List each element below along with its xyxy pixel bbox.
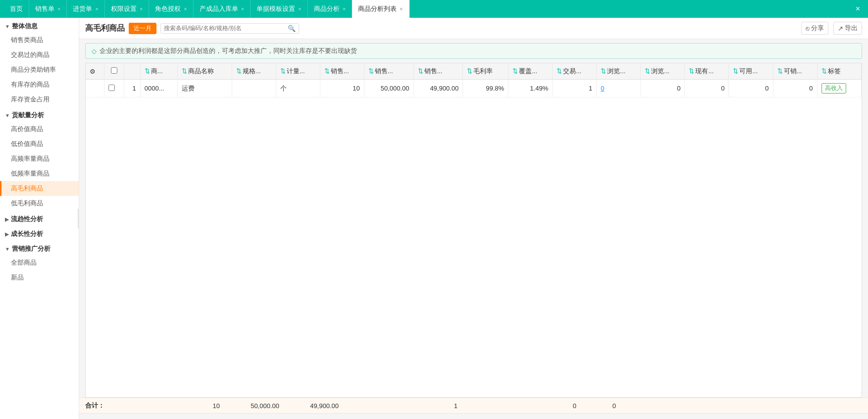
cell-code: 0000... (140, 80, 178, 97)
share-button[interactable]: ⎋ 分享 (801, 22, 828, 35)
sidebar-item-stock-fund[interactable]: 库存资金占用 (0, 92, 79, 107)
th-code[interactable]: ⇅商... (140, 63, 178, 80)
close-tab-purchase-button[interactable]: × (95, 6, 98, 12)
close-tab-product-analysis-list-button[interactable]: × (400, 6, 403, 12)
th-margin_rate[interactable]: ⇅毛利率 (463, 63, 509, 80)
cell-row_num: 1 (124, 80, 140, 97)
section-label-marketing-analysis: 营销推广分析 (12, 244, 51, 253)
th-settings: ⚙ (86, 63, 104, 80)
sidebar-item-high-value[interactable]: 高价值商品 (0, 122, 79, 137)
sidebar: 《 ▼整体信息销售类商品交易过的商品商品分类助销率有库存的商品库存资金占用▼贡献… (0, 18, 79, 419)
share-icon: ⎋ (806, 25, 810, 32)
top-navigation: 首页销售单×进货单×权限设置×角色授权×产成品入库单×单据模板设置×商品分析×商… (0, 0, 868, 18)
footer-total: 合计： 10 50,000.00 49,900.00 1 0 0 (79, 398, 868, 413)
th-current_stock[interactable]: ⇅现有... (685, 63, 729, 80)
sidebar-section-trend-analysis[interactable]: ▶流趋性分析 (0, 211, 79, 226)
cell-unit: 个 (276, 80, 320, 97)
th-sellable[interactable]: ⇅可销... (773, 63, 817, 80)
nav-tab-product-entry[interactable]: 产成品入库单× (194, 0, 251, 18)
total-sales-qty-value: 10 (184, 402, 224, 410)
th-browse2[interactable]: ⇅浏览... (641, 63, 685, 80)
total-label: 合计： (85, 401, 115, 410)
close-tab-product-analysis-button[interactable]: × (343, 6, 346, 12)
nav-tab-template-settings[interactable]: 单据模板设置× (251, 0, 307, 18)
sidebar-item-traded[interactable]: 交易过的商品 (0, 47, 79, 62)
section-label-overall: 整体信息 (12, 22, 38, 31)
sidebar-collapse-button[interactable]: 《 (78, 209, 79, 229)
sidebar-item-low-margin[interactable]: 低毛利商品 (0, 196, 79, 211)
sidebar-item-in-stock[interactable]: 有库存的商品 (0, 77, 79, 92)
filter-period-button[interactable]: 近一月 (129, 23, 156, 34)
sidebar-item-analysis-rate[interactable]: 商品分类助销率 (0, 62, 79, 77)
search-input[interactable] (164, 25, 288, 32)
total-current-stock: 0 (541, 402, 580, 410)
cell-current_stock: 0 (685, 80, 729, 97)
close-tab-product-entry-button[interactable]: × (241, 6, 244, 12)
row-checkbox[interactable] (108, 85, 115, 91)
browse1-link[interactable]: 0 (601, 85, 604, 92)
section-label-trend-analysis: 流趋性分析 (11, 215, 43, 224)
section-arrow-growth-analysis: ▶ (5, 232, 9, 237)
cell-name: 运费 (178, 80, 232, 97)
th-name[interactable]: ⇅商品名称 (178, 63, 232, 80)
close-all-tabs-button[interactable]: × (852, 4, 864, 13)
nav-tab-product-analysis-list[interactable]: 商品分析列表× (352, 0, 409, 18)
th-browse1[interactable]: ⇅浏览... (597, 63, 641, 80)
close-tab-auth-settings-button[interactable]: × (140, 6, 143, 12)
th-cover_rate[interactable]: ⇅覆盖... (509, 63, 553, 80)
settings-icon[interactable]: ⚙ (90, 68, 96, 75)
cell-sellable: 0 (773, 80, 817, 97)
sidebar-item-new-products[interactable]: 新品 (0, 270, 79, 285)
sidebar-section-marketing-analysis[interactable]: ▼营销推广分析 (0, 240, 79, 255)
nav-tab-home[interactable]: 首页 (4, 0, 29, 18)
close-tab-role-auth-button[interactable]: × (184, 6, 187, 12)
sidebar-item-low-value[interactable]: 低价值商品 (0, 137, 79, 151)
horizontal-scrollbar[interactable] (79, 413, 868, 419)
select-all-checkbox[interactable] (111, 67, 117, 74)
section-arrow-trend-analysis: ▶ (5, 217, 9, 222)
cell-settings (86, 80, 104, 97)
sidebar-section-wealth-analysis[interactable]: ▼贡献量分析 (0, 107, 79, 122)
cell-tag: 高收入 (817, 80, 861, 97)
nav-tab-auth-settings[interactable]: 权限设置× (105, 0, 149, 18)
th-available[interactable]: ⇅可用... (729, 63, 773, 80)
th-sales_amount[interactable]: ⇅销售... (364, 63, 413, 80)
th-sales_qty[interactable]: ⇅销售... (320, 63, 364, 80)
content-area: 高毛利商品 近一月 🔍 ⎋ 分享 ↗ 导出 ◇ 企业的主要的利润都是这部分商品创… (79, 18, 868, 419)
sidebar-section-growth-analysis[interactable]: ▶成长性分析 (0, 226, 79, 240)
sidebar-item-high-freq[interactable]: 高频率量商品 (0, 151, 79, 166)
th-transaction[interactable]: ⇅交易... (553, 63, 597, 80)
close-tab-template-settings-button[interactable]: × (298, 6, 301, 12)
tip-banner: ◇ 企业的主要的利润都是这部分商品创造的，可考虑加大推广，同时关注库存是不要出现… (85, 43, 862, 59)
tag-badge: 高收入 (821, 83, 846, 93)
cell-available: 0 (729, 80, 773, 97)
section-arrow-overall: ▼ (5, 24, 10, 29)
nav-tab-sales[interactable]: 销售单× (29, 0, 67, 18)
sidebar-item-low-freq[interactable]: 低频率量商品 (0, 166, 79, 181)
cell-sales_amount: 50,000.00 (364, 80, 413, 97)
section-label-wealth-analysis: 贡献量分析 (12, 111, 44, 120)
export-icon: ↗ (838, 25, 843, 32)
nav-tab-role-auth[interactable]: 角色授权× (149, 0, 193, 18)
cell-sales_qty: 10 (320, 80, 364, 97)
data-table-wrapper[interactable]: ⚙⇅商...⇅商品名称⇅规格...⇅计量...⇅销售...⇅销售...⇅销售..… (85, 63, 862, 398)
close-tab-sales-button[interactable]: × (57, 6, 60, 12)
export-button[interactable]: ↗ 导出 (833, 22, 862, 35)
total-sales-cost: 49,900.00 (283, 402, 343, 410)
nav-tab-product-analysis[interactable]: 商品分析× (308, 0, 352, 18)
section-arrow-wealth-analysis: ▼ (5, 113, 10, 118)
th-sales_cost[interactable]: ⇅销售... (413, 63, 463, 80)
cell-spec (232, 80, 276, 97)
nav-tab-purchase[interactable]: 进货单× (67, 0, 104, 18)
cell-margin_rate: 99.8% (463, 80, 509, 97)
search-icon[interactable]: 🔍 (288, 25, 296, 32)
header-actions: ⎋ 分享 ↗ 导出 (801, 22, 862, 35)
th-unit[interactable]: ⇅计量... (276, 63, 320, 80)
content-header: 高毛利商品 近一月 🔍 ⎋ 分享 ↗ 导出 (79, 18, 868, 39)
sidebar-item-high-margin[interactable]: 高毛利商品 (0, 181, 79, 196)
sidebar-item-selling[interactable]: 销售类商品 (0, 33, 79, 47)
sidebar-item-all-products[interactable]: 全部商品 (0, 255, 79, 270)
th-spec[interactable]: ⇅规格... (232, 63, 276, 80)
sidebar-section-overall[interactable]: ▼整体信息 (0, 18, 79, 33)
th-tag[interactable]: ⇅标签 (817, 63, 861, 80)
